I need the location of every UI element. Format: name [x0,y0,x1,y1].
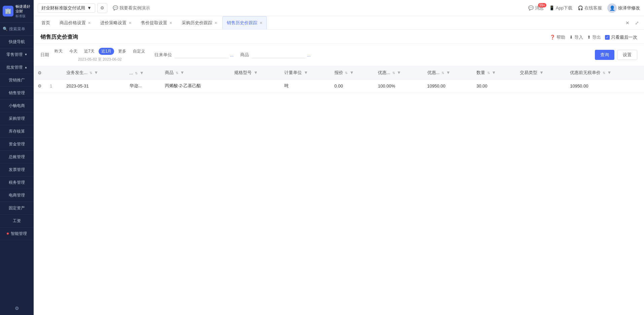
close-window-button[interactable]: ✕ [624,19,631,27]
export-button[interactable]: ⬆ 导出 [587,34,601,40]
topbar-gear-button[interactable]: ⚙ [97,3,107,13]
sidebar-settings-button[interactable]: ⚙ [0,302,34,315]
col-menu-icon[interactable]: ▼ [607,70,611,75]
sidebar-item-label: 采购管理 [9,116,25,121]
col-menu-icon[interactable]: ▼ [140,70,144,75]
col-discount1[interactable]: 优惠... ⇅ ▼ [374,66,423,79]
sidebar-item-label: 发票管理 [9,167,25,173]
col-transaction[interactable]: 交易类型 ▼ [516,66,566,79]
sidebar-item-label: 销售管理 [9,90,25,96]
tab-sale-price-close[interactable]: ✕ [169,21,172,25]
goods-filter-group: 商品 ... [240,51,311,58]
date-btn-1month[interactable]: 近1月 [99,48,114,55]
col-discount2[interactable]: 优惠... ⇅ ▼ [423,66,472,79]
supplier-input[interactable] [175,51,228,58]
sidebar-item-assets[interactable]: 固定资产 [0,202,34,215]
help-button[interactable]: ❓ 帮助 [550,34,565,40]
date-btn-today[interactable]: 今天 [67,48,80,55]
col-goods-label: 商品 [165,70,174,75]
sidebar-item-smart[interactable]: 智能管理 [0,228,34,240]
supplier-ellipsis-button[interactable]: ... [230,53,234,58]
goods-ellipsis-button[interactable]: ... [307,53,311,58]
sidebar-item-tax[interactable]: 税务管理 [0,176,34,189]
col-menu-icon[interactable]: ▼ [539,70,544,75]
table-row[interactable]: ⚙ 1 2023-05-31 华迩... 丙烯酸-2-乙基己酯 吨 0.00 1… [34,79,644,93]
date-btn-7days[interactable]: 近7天 [81,48,97,55]
table-body: ⚙ 1 2023-05-31 华迩... 丙烯酸-2-乙基己酯 吨 0.00 1… [34,79,644,93]
service-button[interactable]: 🎧 在线客服 [578,5,602,11]
maximize-window-button[interactable]: ⤢ [633,19,641,27]
col-settings[interactable]: ⚙ [34,66,46,79]
tab-strategy[interactable]: 进价策略设置 ✕ [96,16,136,29]
sidebar-item-purchase[interactable]: 采购管理 [0,112,34,125]
only-last-checkbox[interactable]: ✓ 只看最后一次 [605,34,637,40]
settings-icon: ⚙ [15,306,19,311]
col-goods[interactable]: 商品 ⇅ ▼ [161,66,230,79]
filter-settings-button[interactable]: 设置 [617,50,637,60]
col-num [46,66,62,79]
col-extra-label: ... [130,70,133,75]
sidebar-item-finance[interactable]: 资金管理 [0,138,34,151]
message-badge: 99+ [538,3,546,7]
sidebar-item-quick-nav[interactable]: 快捷导航 [0,36,34,48]
col-menu-icon[interactable]: ▼ [397,70,401,75]
row-settings[interactable]: ⚙ [34,79,46,93]
dropdown-chevron-icon: ▼ [87,5,92,10]
sidebar-item-ecommerce-small[interactable]: 小畅电商 [0,100,34,112]
col-menu-icon[interactable]: ▼ [492,70,496,75]
topbar-right: 💬 消息 99+ 📱 App下载 🎧 在线客服 👤 徐泽华修改 [528,3,640,13]
sort-icon: ⇅ [176,71,178,75]
sidebar-item-wholesale[interactable]: 批发管理 [0,61,34,74]
col-menu-icon[interactable]: ▼ [304,70,308,75]
app-download-button[interactable]: 📱 App下载 [549,5,572,11]
sidebar-item-label: 税务管理 [9,180,25,185]
sidebar-item-ecommerce[interactable]: 电商管理 [0,189,34,202]
sidebar-item-inventory[interactable]: 库存核算 [0,125,34,138]
col-spec[interactable]: 规格型号 ▼ [230,66,280,79]
tab-home[interactable]: 首页 [37,16,55,29]
col-price[interactable]: 报价 ⇅ ▼ [330,66,374,79]
sidebar-item-sales[interactable]: 销售管理 [0,87,34,100]
filter-bar: 日期 昨天 今天 近7天 近1月 更多 自定义 2023-05-02 至 202… [34,44,644,66]
tab-sales-history-close[interactable]: ✕ [259,21,262,25]
goods-input[interactable] [252,51,306,58]
date-btn-custom[interactable]: 自定义 [130,48,148,55]
date-btn-more[interactable]: 更多 [115,48,129,55]
col-menu-icon[interactable]: ▼ [94,70,98,75]
version-selector[interactable]: 好业财标准版交付试用 ▼ [38,3,95,13]
smart-dot [7,233,9,235]
col-menu-icon[interactable]: ▼ [254,70,258,75]
sidebar-item-invoice[interactable]: 发票管理 [0,164,34,176]
col-unit[interactable]: 计量单位 ▼ [280,66,330,79]
demo-button[interactable]: 💬 我要看实例演示 [113,5,150,11]
tab-price-close[interactable]: ✕ [88,21,91,25]
col-date[interactable]: 业务发生... ⇅ ▼ [62,66,125,79]
message-button[interactable]: 💬 消息 99+ [528,5,544,11]
sort-icon: ⇅ [90,71,92,75]
sidebar-item-marketing[interactable]: 营销推广 [0,74,34,87]
tab-sale-price[interactable]: 售价提取设置 ✕ [137,16,177,29]
user-menu[interactable]: 👤 徐泽华修改 [607,3,640,13]
tab-sales-history[interactable]: 销售历史价跟踪 ✕ [222,16,267,29]
date-options: 昨天 今天 近7天 近1月 更多 自定义 2023-05-02 至 2023-0… [52,48,148,62]
tab-purchase-history-close[interactable]: ✕ [214,21,217,25]
col-menu-icon[interactable]: ▼ [446,70,451,75]
sidebar-item-label: 智能管理 [11,231,27,237]
tab-strategy-close[interactable]: ✕ [129,21,132,25]
col-menu-icon[interactable]: ▼ [350,70,354,75]
tab-price[interactable]: 商品价格设置 ✕ [55,16,95,29]
col-pretax[interactable]: 优惠前无税单价 ⇅ ▼ [566,66,644,79]
tab-purchase-history[interactable]: 采购历史价跟踪 ✕ [177,16,222,29]
sort-icon: ⇅ [345,71,348,75]
date-btn-yesterday[interactable]: 昨天 [52,48,65,55]
query-button[interactable]: 查询 [595,50,614,60]
sidebar-item-salary[interactable]: 工资 [0,215,34,228]
col-extra[interactable]: ... ⇅ ▼ [126,66,161,79]
tab-sale-price-label: 售价提取设置 [141,20,167,26]
col-quantity[interactable]: 数量 ⇅ ▼ [472,66,516,79]
import-button[interactable]: ⬇ 导入 [569,34,583,40]
col-menu-icon[interactable]: ▼ [180,70,184,75]
sidebar-item-accounting[interactable]: 总账管理 [0,151,34,164]
sidebar-search[interactable]: 🔍 搜索菜单 [0,23,34,36]
sidebar-item-retail[interactable]: 零售管理 [0,48,34,61]
